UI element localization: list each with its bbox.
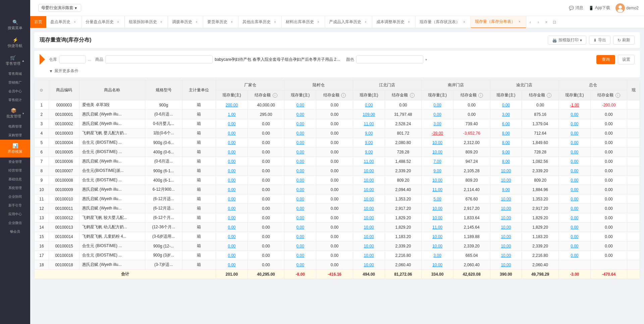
cell-lucun-qty[interactable]: 0.00 xyxy=(284,138,316,147)
cell-yb-qty[interactable]: 10.00 xyxy=(490,204,522,213)
info-icon[interactable]: i xyxy=(341,93,346,98)
cell-jb-qty[interactable]: 10.00 xyxy=(353,260,385,270)
cell-lucun-qty[interactable]: 0.00 xyxy=(284,185,316,194)
tab-close-icon[interactable]: × xyxy=(116,20,120,25)
info-icon[interactable]: i xyxy=(273,93,277,98)
cell-yb-qty[interactable]: 8.00 xyxy=(490,138,522,147)
cell-lucun-qty[interactable]: 0.00 xyxy=(284,157,316,166)
warehouse-dots[interactable]: ... xyxy=(88,57,91,62)
user-area[interactable]: demo2 xyxy=(615,3,639,13)
cell-nb-qty[interactable]: 3.00 xyxy=(422,119,453,129)
cell-nb-qty[interactable]: 0.00 xyxy=(422,110,453,119)
cell-yb-qty[interactable]: 10.00 xyxy=(490,260,522,270)
cell-lucun-qty[interactable]: 0.00 xyxy=(284,129,316,138)
print-btn[interactable]: 🖨️ 按模版打印 ▾ xyxy=(548,36,586,45)
tab-branch-inventory[interactable]: 分量盘点单历史 × xyxy=(82,16,125,28)
product-input[interactable] xyxy=(105,55,213,63)
cell-lucun-qty[interactable]: 0.00 xyxy=(284,166,316,176)
cell-yb-qty[interactable]: 8.00 xyxy=(490,157,522,166)
cell-lucun-qty[interactable]: 0.00 xyxy=(284,251,316,260)
sidebar-item-wechat[interactable]: 企业微信 xyxy=(0,219,30,227)
cell-factory-qty[interactable]: 0.00 xyxy=(216,204,248,213)
cell-lucun-qty[interactable]: 0.00 xyxy=(284,100,316,110)
refresh-btn[interactable]: ↻ 刷新 xyxy=(613,36,635,45)
sidebar-item-marketing[interactable]: 营销推广 xyxy=(0,78,30,87)
tab-close-icon[interactable]: × xyxy=(229,20,234,25)
sidebar-item-retail-manage[interactable]: 🛒 零售管理 ▲ xyxy=(0,52,30,70)
cell-nb-qty[interactable]: 10.00 xyxy=(422,204,453,213)
cell-jb-qty[interactable]: 10.00 xyxy=(353,166,385,176)
cell-factory-qty[interactable]: 1.00 xyxy=(216,110,248,119)
tab-close-icon[interactable]: × xyxy=(194,20,199,25)
cell-jb-qty[interactable]: 11.00 xyxy=(353,119,385,129)
tab-product-in[interactable]: 产成品入库单历史 × xyxy=(325,16,372,28)
cell-nb-qty[interactable]: 10.00 xyxy=(422,138,453,147)
app-download-btn[interactable]: 📱 App下载 xyxy=(589,5,610,11)
sidebar-item-retail-mall[interactable]: 零售商城 xyxy=(0,70,30,78)
search-button[interactable]: 查询 xyxy=(596,55,615,64)
cell-total-qty[interactable]: 0.00 xyxy=(558,176,590,185)
cell-factory-qty[interactable]: 0.00 xyxy=(216,129,248,138)
cell-nb-qty[interactable]: 10.00 xyxy=(422,147,453,157)
cell-total-qty[interactable]: 0.00 xyxy=(558,223,590,232)
sidebar-item-purchase[interactable]: 采购管理 xyxy=(0,131,30,140)
tab-material-out[interactable]: 材料出库单历史 × xyxy=(282,16,325,28)
info-icon[interactable]: i xyxy=(410,93,415,98)
tab-inventory-dist[interactable]: 现存量（库存分布表） × xyxy=(471,16,526,28)
sidebar-item-membership[interactable]: 畅会员 xyxy=(0,227,30,236)
cell-factory-qty[interactable]: 0.00 xyxy=(216,119,248,129)
tab-close-icon[interactable]: × xyxy=(517,19,522,24)
expand-conditions-btn[interactable]: ▼ 展开更多条件 xyxy=(49,68,78,74)
cell-jb-qty[interactable]: 10.00 xyxy=(353,204,385,213)
sidebar-item-finance[interactable]: 资金管理 xyxy=(0,157,30,166)
info-icon[interactable]: i xyxy=(478,93,483,98)
sidebar-item-system[interactable]: 系统管理 xyxy=(0,184,30,192)
cell-yb-qty[interactable]: 8.00 xyxy=(490,129,522,138)
cell-total-qty[interactable]: 0.00 xyxy=(558,119,590,129)
cell-total-qty[interactable]: 0.00 xyxy=(558,157,590,166)
cell-nb-qty[interactable]: 11.00 xyxy=(422,223,453,232)
industry-selector[interactable]: 母婴行业演示陈套 ▾ xyxy=(38,4,81,12)
cell-total-qty[interactable]: -1.00 xyxy=(558,100,590,110)
cell-nb-qty[interactable]: 7.00 xyxy=(422,157,453,166)
cell-total-qty[interactable]: 0.00 xyxy=(558,166,590,176)
cell-lucun-qty[interactable]: 0.00 xyxy=(284,232,316,241)
cell-yb-qty[interactable]: 6.00 xyxy=(490,119,522,129)
cell-lucun-qty[interactable]: 0.00 xyxy=(284,194,316,204)
cell-nb-qty[interactable]: 11.00 xyxy=(422,185,453,194)
cell-nb-qty[interactable]: 10.00 xyxy=(422,260,453,270)
sidebar-item-wholesale[interactable]: 📦 批发管理 ▾ xyxy=(0,104,30,122)
cell-total-qty[interactable]: 0.00 xyxy=(558,185,590,194)
sidebar-item-members[interactable]: 会员中心 xyxy=(0,87,30,96)
tab-nav-close[interactable]: × xyxy=(542,16,550,28)
message-btn[interactable]: 💬 消息 xyxy=(569,5,583,11)
cell-total-qty[interactable]: 0.00 xyxy=(558,232,590,241)
sidebar-item-inventory[interactable]: 📊 库存核算 xyxy=(0,140,30,157)
cell-total-qty[interactable]: 0.00 xyxy=(558,138,590,147)
cell-factory-qty[interactable]: 0.00 xyxy=(216,166,248,176)
sidebar-item-basic-info[interactable]: 基础信息 xyxy=(0,175,30,184)
cell-jb-qty[interactable]: 9.00 xyxy=(353,138,385,147)
cell-yb-qty[interactable]: 10.00 xyxy=(490,223,522,232)
cell-nb-qty[interactable]: -39.00 xyxy=(422,129,453,138)
tab-nav-left[interactable]: ‹ xyxy=(526,16,534,28)
cell-factory-qty[interactable]: 0.00 xyxy=(216,157,248,166)
cell-lucun-qty[interactable]: 0.00 xyxy=(284,147,316,157)
cell-nb-qty[interactable]: 0.00 xyxy=(422,100,453,110)
cell-nb-qty[interactable]: 10.00 xyxy=(422,241,453,251)
tab-nav-right[interactable]: › xyxy=(534,16,542,28)
cell-lucun-qty[interactable]: 0.00 xyxy=(284,204,316,213)
tab-requisition[interactable]: 要货单历史 × xyxy=(203,16,238,28)
cell-yb-qty[interactable]: 10.00 xyxy=(490,251,522,260)
cell-total-qty[interactable]: 0.00 xyxy=(558,251,590,260)
cell-nb-qty[interactable]: 3.00 xyxy=(422,251,453,260)
cell-jb-qty[interactable]: 10.00 xyxy=(353,176,385,185)
tab-other-out[interactable]: 其他出库单历史 × xyxy=(238,16,282,28)
tab-inventory-check[interactable]: 盘点单历史 × xyxy=(46,16,82,28)
cell-yb-qty[interactable]: 3.00 xyxy=(490,110,522,119)
cell-factory-qty[interactable]: 200.00 xyxy=(216,100,248,110)
tab-close-icon[interactable]: × xyxy=(316,20,321,25)
cell-total-qty[interactable]: 0.00 xyxy=(558,241,590,251)
cell-factory-qty[interactable]: 0.00 xyxy=(216,232,248,241)
cell-lucun-qty[interactable]: 0.00 xyxy=(284,241,316,251)
